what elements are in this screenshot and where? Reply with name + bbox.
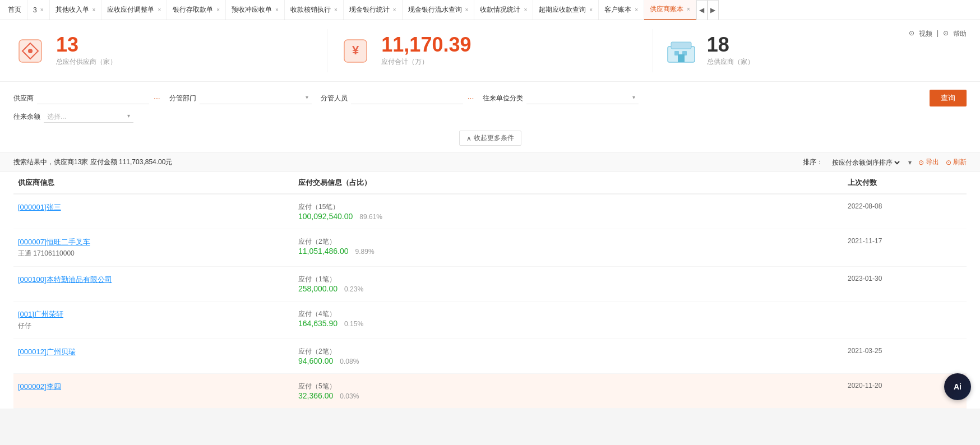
ai-label: Ai bbox=[954, 382, 961, 391]
person-filter: 分管人员 ··· bbox=[321, 92, 474, 104]
nav-other-income[interactable]: 其他收入单 × bbox=[50, 0, 102, 20]
supplier-cell-4: [000012]广州贝瑞 bbox=[13, 347, 294, 357]
nav-tab-3[interactable]: 3 × bbox=[27, 0, 50, 20]
tx-amount-1[interactable]: 11,051,486.00 bbox=[298, 247, 349, 256]
nav-collection-stat-label: 收款情况统计 bbox=[480, 5, 520, 15]
supplier-label: 供应商 bbox=[13, 94, 34, 103]
tx-amount-0[interactable]: 100,092,540.00 bbox=[298, 212, 353, 221]
tx-label-2: 应付（1笔） bbox=[298, 275, 839, 284]
tx-row-3: 164,635.90 0.15% bbox=[298, 319, 839, 328]
nav-customer-ledger-close[interactable]: × bbox=[635, 7, 638, 13]
total-suppliers-label: 总供应商（家） bbox=[707, 57, 754, 67]
nav-cash-bank-flow[interactable]: 现金银行流水查询 × bbox=[403, 0, 475, 20]
dept-select[interactable] bbox=[200, 92, 312, 104]
last-pay-2: 2023-01-30 bbox=[848, 275, 882, 282]
balance-select[interactable]: 选择... bbox=[44, 111, 133, 123]
total-suppliers-num: 18 bbox=[707, 35, 754, 55]
nav-advance-label: 预收冲应收单 bbox=[232, 5, 272, 15]
supplier-link-3[interactable]: [001]广州荣轩 bbox=[18, 310, 63, 318]
tx-cell-0: 应付（15笔） 100,092,540.00 89.61% bbox=[294, 202, 843, 221]
person-label: 分管人员 bbox=[321, 94, 348, 103]
stat-payable-suppliers: 13 总应付供应商（家） bbox=[13, 29, 316, 72]
nav-prev-arrow[interactable]: ◀ bbox=[696, 0, 708, 20]
supplier-dots[interactable]: ··· bbox=[154, 94, 160, 103]
nav-cash-bank-stat-close[interactable]: × bbox=[393, 7, 396, 13]
table-row: [000002]李四 应付（5笔） 32,366.00 0.03% 2020-1… bbox=[13, 374, 967, 409]
last-pay-4: 2021-03-25 bbox=[848, 347, 882, 355]
refresh-button[interactable]: ⊙ 刷新 bbox=[946, 157, 967, 167]
export-button[interactable]: ⊙ 导出 bbox=[918, 157, 939, 167]
nav-home[interactable]: 首页 bbox=[2, 0, 27, 20]
payable-total-icon: ¥ bbox=[339, 34, 372, 68]
nav-collection-stat-close[interactable]: × bbox=[524, 7, 527, 13]
tx-cell-3: 应付（4笔） 164,635.90 0.15% bbox=[294, 309, 843, 328]
nav-supplier-ledger[interactable]: 供应商账本 × bbox=[644, 0, 696, 20]
nav-supplier-ledger-close[interactable]: × bbox=[687, 6, 690, 12]
tx-row-0: 100,092,540.00 89.61% bbox=[298, 212, 839, 221]
tx-cell-4: 应付（2笔） 94,600.00 0.08% bbox=[294, 347, 843, 365]
balance-select-wrap[interactable]: 选择... bbox=[44, 111, 133, 123]
nav-arpa-adjust[interactable]: 应收应付调整单 × bbox=[101, 0, 167, 20]
tx-label-4: 应付（2笔） bbox=[298, 347, 839, 356]
nav-other-income-close[interactable]: × bbox=[93, 7, 96, 13]
tx-amount-5[interactable]: 32,366.00 bbox=[298, 391, 333, 400]
payable-suppliers-icon bbox=[13, 34, 47, 68]
tx-amount-4[interactable]: 94,600.00 bbox=[298, 356, 333, 365]
tx-amount-3[interactable]: 164,635.90 bbox=[298, 319, 338, 328]
filter-row-2: 往来余额 选择... bbox=[13, 111, 967, 123]
supplier-link-5[interactable]: [000002]李四 bbox=[18, 382, 61, 391]
ai-button[interactable]: Ai bbox=[944, 373, 971, 400]
supplier-link-4[interactable]: [000012]广州贝瑞 bbox=[18, 347, 76, 356]
help-icon: ⊙ bbox=[943, 29, 949, 39]
supplier-sub-3: 仔仔 bbox=[18, 321, 289, 331]
help-link[interactable]: 帮助 bbox=[953, 29, 967, 39]
supplier-input[interactable] bbox=[37, 92, 149, 104]
balance-label: 往来余额 bbox=[13, 112, 40, 122]
nav-overdue-close[interactable]: × bbox=[589, 7, 593, 13]
category-select[interactable] bbox=[526, 92, 639, 104]
nav-collection-exec[interactable]: 收款核销执行 × bbox=[285, 0, 344, 20]
nav-advance[interactable]: 预收冲应收单 × bbox=[226, 0, 285, 20]
dept-select-wrap[interactable] bbox=[200, 92, 312, 104]
supplier-cell-0: [000001]张三 bbox=[13, 202, 294, 212]
tx-pct-1: 9.89% bbox=[355, 248, 375, 256]
sort-select[interactable]: 按应付余额倒序排序 bbox=[830, 158, 902, 167]
nav-arpa-label: 应收应付调整单 bbox=[107, 5, 154, 15]
tx-amount-2[interactable]: 258,000.00 bbox=[298, 284, 338, 293]
video-link[interactable]: 视频 bbox=[919, 29, 932, 39]
dept-label: 分管部门 bbox=[169, 94, 196, 103]
tx-pct-2: 0.23% bbox=[344, 285, 363, 293]
person-dots[interactable]: ··· bbox=[468, 94, 474, 103]
nav-next-arrow[interactable]: ▶ bbox=[708, 0, 719, 20]
query-button[interactable]: 查询 bbox=[930, 90, 967, 106]
nav-cash-bank-flow-close[interactable]: × bbox=[465, 7, 469, 13]
nav-overdue-query[interactable]: 超期应收款查询 × bbox=[533, 0, 599, 20]
collapse-button[interactable]: ∧ 收起更多条件 bbox=[459, 131, 521, 146]
top-stats: 13 总应付供应商（家） ¥ 11,170.39 应付合计（万） bbox=[0, 20, 980, 82]
table-row: [001]广州荣轩 仔仔 应付（4笔） 164,635.90 0.15% bbox=[13, 302, 967, 339]
supplier-link-2[interactable]: [000100]本特勤油品有限公司 bbox=[18, 275, 112, 284]
nav-cash-bank-stat[interactable]: 现金银行统计 × bbox=[344, 0, 403, 20]
nav-bank-deposit-close[interactable]: × bbox=[216, 7, 220, 13]
tx-cell-2: 应付（1笔） 258,000.00 0.23% bbox=[294, 275, 843, 293]
tx-row-2: 258,000.00 0.23% bbox=[298, 284, 839, 293]
nav-collection-stat[interactable]: 收款情况统计 × bbox=[474, 0, 533, 20]
supplier-link-1[interactable]: [000007]恒旺二手叉车 bbox=[18, 238, 90, 246]
category-select-wrap[interactable] bbox=[526, 92, 639, 104]
supplier-link-0[interactable]: [000001]张三 bbox=[18, 203, 61, 211]
nav-cash-bank-flow-label: 现金银行流水查询 bbox=[408, 5, 462, 15]
nav-collection-exec-close[interactable]: × bbox=[334, 7, 338, 13]
nav-customer-ledger[interactable]: 客户账本 × bbox=[599, 0, 644, 20]
svg-rect-6 bbox=[671, 42, 691, 49]
payable-total-label: 应付合计（万） bbox=[381, 57, 471, 67]
sort-label: 排序： bbox=[803, 157, 823, 167]
nav-arpa-close[interactable]: × bbox=[158, 7, 161, 13]
nav-home-label: 首页 bbox=[8, 5, 21, 15]
table-wrap: 供应商信息 应付交易信息（占比） 上次付数 [000001]张三 应付（15笔）… bbox=[0, 172, 980, 409]
person-input[interactable] bbox=[351, 92, 463, 104]
nav-advance-close[interactable]: × bbox=[275, 7, 279, 13]
payable-suppliers-num: 13 bbox=[56, 35, 117, 55]
nav-bank-deposit[interactable]: 银行存取款单 × bbox=[167, 0, 226, 20]
nav-tab-3-close[interactable]: × bbox=[40, 7, 44, 13]
collapse-up-icon: ∧ bbox=[466, 135, 471, 142]
